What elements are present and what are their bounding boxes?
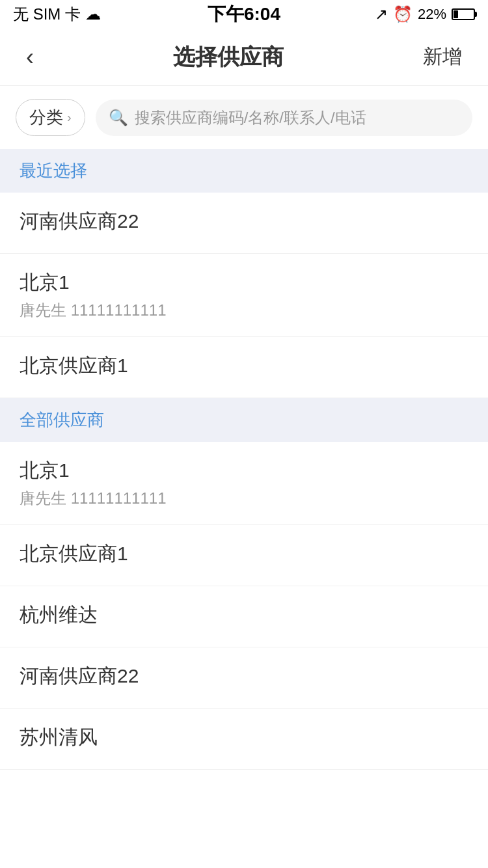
item-sub: 唐先生 11111111111 <box>20 488 468 509</box>
search-icon: 🔍 <box>109 109 128 127</box>
item-name: 北京1 <box>20 457 468 484</box>
recent-section-label: 最近选择 <box>20 161 87 180</box>
list-item[interactable]: 北京供应商1 <box>0 337 488 398</box>
search-bar: 分类 › 🔍 搜索供应商编码/名称/联系人/电话 <box>0 86 488 149</box>
battery-text: 22% <box>418 6 446 23</box>
add-button[interactable]: 新增 <box>416 37 468 77</box>
search-input-wrap[interactable]: 🔍 搜索供应商编码/名称/联系人/电话 <box>96 100 472 136</box>
nav-bar: ‹ 选择供应商 新增 <box>0 29 488 86</box>
back-button[interactable]: ‹ <box>20 37 40 77</box>
category-button[interactable]: 分类 › <box>16 99 85 136</box>
item-name: 河南供应商22 <box>20 663 468 690</box>
page-title: 选择供应商 <box>40 42 416 72</box>
all-section-header: 全部供应商 <box>0 398 488 442</box>
list-item[interactable]: 杭州维达 <box>0 586 488 647</box>
item-name: 杭州维达 <box>20 602 468 629</box>
sim-status: 无 SIM 卡 ☁ <box>13 4 101 25</box>
location-icon: ↗ <box>375 5 388 23</box>
chevron-right-icon: › <box>67 110 72 125</box>
category-label: 分类 <box>29 106 63 129</box>
all-list: 北京1唐先生 11111111111北京供应商1杭州维达河南供应商22苏州清风 <box>0 442 488 770</box>
recent-list: 河南供应商22北京1唐先生 11111111111北京供应商1 <box>0 193 488 398</box>
item-name: 河南供应商22 <box>20 208 468 235</box>
item-name: 北京供应商1 <box>20 353 468 379</box>
list-item[interactable]: 河南供应商22 <box>0 193 488 254</box>
list-item[interactable]: 苏州清风 <box>0 709 488 770</box>
search-placeholder: 搜索供应商编码/名称/联系人/电话 <box>135 107 366 128</box>
item-sub: 唐先生 11111111111 <box>20 300 468 321</box>
battery-icon <box>452 8 475 20</box>
alarm-icon: ⏰ <box>393 5 413 23</box>
item-name: 北京供应商1 <box>20 541 468 567</box>
recent-section-header: 最近选择 <box>0 149 488 193</box>
item-name: 苏州清风 <box>20 724 468 751</box>
status-time: 下午6:04 <box>208 2 280 27</box>
item-name: 北京1 <box>20 269 468 296</box>
status-bar: 无 SIM 卡 ☁ 下午6:04 ↗ ⏰ 22% <box>0 0 488 29</box>
all-section-label: 全部供应商 <box>20 410 104 429</box>
status-left: 无 SIM 卡 ☁ <box>13 4 101 25</box>
list-item[interactable]: 北京1唐先生 11111111111 <box>0 442 488 525</box>
status-right: ↗ ⏰ 22% <box>375 5 475 23</box>
list-item[interactable]: 河南供应商22 <box>0 647 488 709</box>
list-item[interactable]: 北京供应商1 <box>0 525 488 586</box>
list-item[interactable]: 北京1唐先生 11111111111 <box>0 254 488 337</box>
